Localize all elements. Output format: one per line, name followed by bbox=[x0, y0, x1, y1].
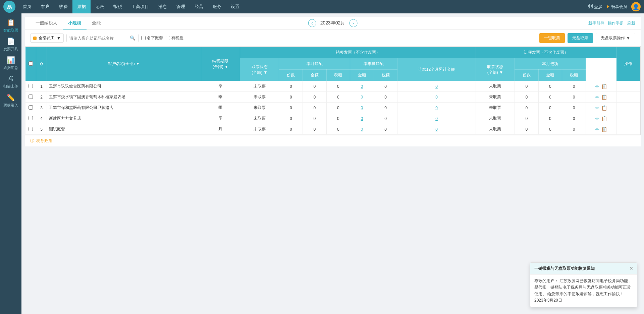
svg-rect-3 bbox=[591, 4, 593, 5]
nav-item-报税[interactable]: 报税 bbox=[109, 0, 127, 13]
account-filter[interactable]: 名下账套 bbox=[141, 35, 163, 41]
edit-icon[interactable]: ✏ bbox=[595, 116, 599, 121]
row-sales-month-count: 0 bbox=[279, 103, 303, 113]
nav-item-管理[interactable]: 管理 bbox=[172, 0, 190, 13]
row-sales-cumulative[interactable]: 0 bbox=[397, 92, 476, 103]
row-sales-quarter-amount[interactable]: 0 bbox=[350, 81, 374, 92]
search-wrap: 🔍 bbox=[66, 34, 139, 42]
view-icon[interactable]: 📋 bbox=[601, 105, 607, 111]
nav-item-票据[interactable]: 票据 bbox=[72, 0, 91, 13]
row-checkbox[interactable] bbox=[29, 105, 33, 110]
view-icon[interactable]: 📋 bbox=[601, 95, 607, 100]
tab-小规模[interactable]: 小规模 bbox=[63, 17, 87, 30]
tab-全能[interactable]: 全能 bbox=[87, 17, 106, 30]
row-checkbox[interactable] bbox=[29, 84, 33, 88]
row-sales-status: 未取票 bbox=[240, 92, 279, 103]
row-sales-cumulative[interactable]: 0 bbox=[397, 124, 476, 135]
notification-close-btn[interactable]: × bbox=[630, 265, 633, 271]
nav-item-服务[interactable]: 服务 bbox=[208, 0, 226, 13]
row-sales-month-count: 0 bbox=[279, 92, 303, 103]
svg-rect-4 bbox=[588, 7, 590, 8]
top-nav: 易 首页客户收费票据记账报税工商项目消息管理经营服务设置 全屏 ▶ 畅享会员 👤 bbox=[0, 0, 644, 13]
row-purchase-month-count: 0 bbox=[515, 103, 539, 113]
tab-action-操作手册[interactable]: 操作手册 bbox=[608, 20, 624, 26]
fullscreen-btn[interactable]: 全屏 bbox=[588, 4, 602, 10]
row-checkbox[interactable] bbox=[29, 95, 33, 99]
member-btn[interactable]: ▶ 畅享会员 bbox=[606, 4, 627, 10]
view-icon[interactable]: 📋 bbox=[601, 116, 607, 121]
select-all-checkbox[interactable] bbox=[29, 61, 33, 66]
nav-item-工商项目[interactable]: 工商项目 bbox=[127, 0, 154, 13]
row-checkbox-cell[interactable] bbox=[25, 124, 36, 135]
row-sales-quarter-amount[interactable]: 0 bbox=[350, 92, 374, 103]
row-sales-month-tax: 0 bbox=[326, 124, 350, 135]
sales-quarter-header: 本季度销项 bbox=[350, 58, 397, 70]
sidebar-item-4[interactable]: ✏️票据录入 bbox=[0, 91, 21, 110]
account-checkbox[interactable] bbox=[141, 36, 146, 40]
row-sales-month-count: 0 bbox=[279, 124, 303, 135]
nav-item-首页[interactable]: 首页 bbox=[18, 0, 36, 13]
search-input[interactable] bbox=[67, 35, 127, 42]
view-icon[interactable]: 📋 bbox=[601, 127, 607, 132]
nav-item-客户[interactable]: 客户 bbox=[36, 0, 54, 13]
sidebar-item-3[interactable]: 🖨扫描上传 bbox=[0, 72, 21, 91]
nav-item-收费[interactable]: 收费 bbox=[54, 0, 72, 13]
row-sales-month-tax: 0 bbox=[326, 103, 350, 113]
sidebar-icon-3: 🖨 bbox=[7, 75, 14, 82]
edit-icon[interactable]: ✏ bbox=[595, 127, 599, 132]
row-checkbox-cell[interactable] bbox=[25, 113, 36, 124]
row-sales-quarter-amount[interactable]: 0 bbox=[350, 124, 374, 135]
row-checkbox[interactable] bbox=[29, 116, 33, 120]
tax-disk-checkbox[interactable] bbox=[166, 36, 170, 40]
nav-item-消息[interactable]: 消息 bbox=[154, 0, 172, 13]
tax-disk-filter[interactable]: 有税盘 bbox=[166, 35, 183, 41]
svg-rect-2 bbox=[588, 4, 590, 5]
purchase-month-header: 本月进项 bbox=[515, 58, 586, 70]
tax-period-col-header: 纳税期限(全部) ▼ bbox=[201, 47, 240, 81]
edit-icon[interactable]: ✏ bbox=[595, 105, 599, 111]
row-purchase-month-amount: 0 bbox=[538, 81, 562, 92]
row-sales-cumulative[interactable]: 0 bbox=[397, 81, 476, 92]
row-checkbox-cell[interactable] bbox=[25, 92, 36, 103]
avatar[interactable]: 👤 bbox=[631, 2, 641, 11]
tab-action-刷新[interactable]: 刷新 bbox=[627, 20, 635, 26]
table-row: 5 测试账套 月 未取票 0 0 0 0 0 0 未取票 0 0 0 ✏ 📋 bbox=[25, 124, 640, 135]
toolbar: 全部员工 ▼ 🔍 名下账套 有税盘 一键取票 无盘取票 无盘取票操作 ▼ bbox=[25, 30, 641, 46]
tax-policy-link[interactable]: 税务政策 bbox=[36, 138, 52, 144]
sidebar-item-2[interactable]: 📊票据汇总 bbox=[0, 54, 21, 72]
next-period-btn[interactable]: › bbox=[349, 19, 357, 27]
nav-item-经营[interactable]: 经营 bbox=[190, 0, 208, 13]
nav-item-记账[interactable]: 记账 bbox=[91, 0, 109, 13]
row-sales-cumulative[interactable]: 0 bbox=[397, 103, 476, 113]
no-disk-ops-btn[interactable]: 无盘取票操作 ▼ bbox=[596, 33, 635, 43]
tab-一般纳税人[interactable]: 一般纳税人 bbox=[30, 17, 63, 30]
edit-icon[interactable]: ✏ bbox=[595, 95, 599, 100]
prev-period-btn[interactable]: ‹ bbox=[308, 19, 316, 27]
employee-dot bbox=[33, 37, 37, 40]
nav-item-设置[interactable]: 设置 bbox=[226, 0, 244, 13]
tab-action-新手引导[interactable]: 新手引导 bbox=[588, 20, 604, 26]
table-body: 1 卫辉市玖玖健合医药有限公司 季 未取票 0 0 0 0 0 0 未取票 0 … bbox=[25, 81, 640, 135]
row-sales-quarter-amount[interactable]: 0 bbox=[350, 113, 374, 124]
row-sales-cumulative[interactable]: 0 bbox=[397, 113, 476, 124]
row-checkbox[interactable] bbox=[29, 127, 33, 131]
row-checkbox-cell[interactable] bbox=[25, 81, 36, 92]
view-icon[interactable]: 📋 bbox=[601, 84, 607, 89]
main-table: ⚙ 客户名称(全部) ▼ 纳税期限(全部) ▼ 销项发票（不含作废票） 进项发票… bbox=[25, 47, 640, 135]
employee-select[interactable]: 全部员工 ▼ bbox=[30, 34, 64, 43]
sales-month-amount-header: 金额 bbox=[303, 70, 327, 81]
row-checkbox-cell[interactable] bbox=[25, 103, 36, 113]
sidebar-item-0[interactable]: 📋智能取票 bbox=[0, 16, 21, 35]
row-customer: 测试账套 bbox=[47, 124, 201, 135]
row-sales-quarter-amount[interactable]: 0 bbox=[350, 103, 374, 113]
row-purchase-month-tax: 0 bbox=[562, 113, 586, 124]
row-purchase-month-amount: 0 bbox=[538, 124, 562, 135]
row-actions: ✏ 📋 bbox=[586, 81, 616, 92]
tab-right-actions: 新手引导操作手册刷新 bbox=[588, 20, 635, 26]
one-key-btn[interactable]: 一键取票 bbox=[539, 33, 565, 43]
no-disk-btn[interactable]: 无盘取票 bbox=[568, 33, 593, 43]
sidebar-item-1[interactable]: 📄发票开具 bbox=[0, 35, 21, 54]
edit-icon[interactable]: ✏ bbox=[595, 84, 599, 89]
row-sales-month-count: 0 bbox=[279, 81, 303, 92]
search-button[interactable]: 🔍 bbox=[127, 34, 138, 42]
